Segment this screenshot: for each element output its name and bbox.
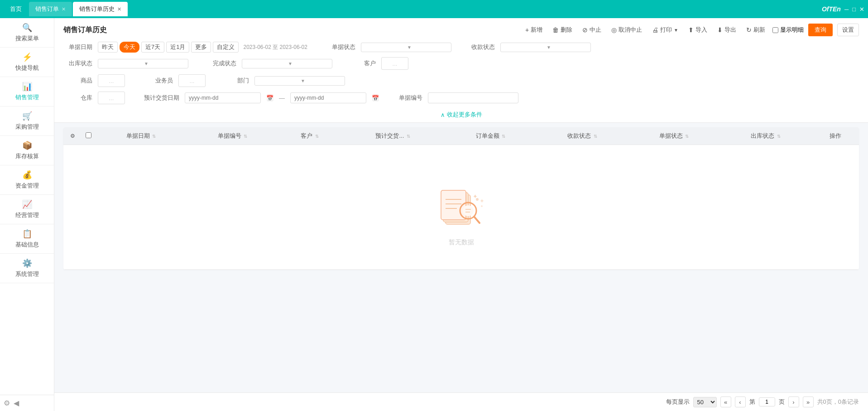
delete-button[interactable]: 🗑 删除: [550, 24, 575, 36]
th-amount-label: 订单金额: [476, 132, 499, 139]
th-operation-label: 操作: [830, 132, 841, 139]
new-button[interactable]: + 新增: [523, 24, 545, 36]
next-page-button[interactable]: ›: [788, 396, 799, 407]
order-no-sort-icon[interactable]: ⇅: [244, 134, 247, 139]
filter-row-3: 商品 ... 业务员 ... 部门 ▼: [63, 74, 859, 87]
page-label: 第: [749, 398, 755, 406]
delivery-date-end-calendar-icon[interactable]: 📅: [372, 95, 379, 102]
salesperson-select[interactable]: ...: [178, 74, 206, 87]
window-maximize-btn[interactable]: □: [852, 6, 856, 13]
delivery-date-end[interactable]: [290, 92, 366, 103]
sidebar-item-inventory[interactable]: 📦 库存核算: [0, 136, 54, 165]
sidebar-item-search[interactable]: 🔍 搜索菜单: [0, 18, 54, 48]
th-order-no[interactable]: 单据编号 ⇅: [187, 127, 279, 145]
delivery-date-start[interactable]: [185, 92, 261, 103]
export-button[interactable]: ⬇ 导出: [715, 24, 739, 36]
sidebar-item-finance[interactable]: 💰 资金管理: [0, 165, 54, 195]
order-no-input[interactable]: [428, 92, 518, 103]
date-sort-icon[interactable]: ⇅: [152, 134, 156, 139]
product-select[interactable]: ...: [98, 74, 125, 87]
next-page-icon: ›: [792, 399, 794, 406]
tab-sales-order[interactable]: 销售订单 ✕: [29, 2, 72, 16]
date-btn-1month[interactable]: 近1月: [166, 42, 189, 53]
date-btn-more[interactable]: 更多: [191, 42, 211, 53]
page-number-input[interactable]: [759, 397, 775, 406]
import-button[interactable]: ⬆ 导入: [686, 24, 710, 36]
stop-button[interactable]: ⊘ 中止: [580, 24, 604, 36]
date-btn-yesterday[interactable]: 昨天: [98, 42, 118, 53]
window-minimize-btn[interactable]: ─: [844, 6, 849, 13]
window-close-btn[interactable]: ✕: [859, 6, 864, 13]
order-status-sort-icon[interactable]: ⇅: [685, 134, 689, 139]
th-order-status-label: 单据状态: [659, 132, 683, 139]
delivery-date-calendar-icon[interactable]: 📅: [266, 95, 273, 102]
department-select[interactable]: ▼: [254, 76, 345, 86]
payment-select[interactable]: ▼: [500, 43, 591, 52]
print-button[interactable]: 🖨 打印 ▼: [649, 24, 681, 36]
stock-sort-icon[interactable]: ⇅: [777, 134, 781, 139]
tab-home[interactable]: 首页: [4, 2, 28, 16]
show-detail-checkbox[interactable]: [772, 27, 778, 33]
date-btn-custom[interactable]: 自定义: [213, 42, 239, 53]
date-btn-today[interactable]: 今天: [120, 42, 139, 53]
purchase-icon: 🛒: [22, 111, 32, 121]
sidebar-item-system[interactable]: ⚙️ 系统管理: [0, 254, 54, 283]
th-amount[interactable]: 订单金额 ⇅: [445, 127, 537, 145]
th-settings[interactable]: ⚙: [63, 127, 82, 145]
first-page-button[interactable]: «: [720, 396, 731, 407]
svg-text:✦: ✦: [480, 198, 484, 204]
sidebar-settings-icon[interactable]: ⚙: [4, 399, 10, 407]
sidebar-bottom: ⚙ ◀: [0, 395, 54, 411]
tab-sales-history[interactable]: 销售订单历史 ✕: [73, 2, 128, 16]
complete-select[interactable]: ▼: [242, 59, 332, 68]
th-customer[interactable]: 客户 ⇅: [278, 127, 341, 145]
payment-sort-icon[interactable]: ⇅: [594, 134, 597, 139]
tab-sales-history-label: 销售订单历史: [79, 5, 115, 13]
show-detail-checkbox-label[interactable]: 显示明细: [772, 26, 804, 34]
customer-select[interactable]: ...: [381, 57, 408, 70]
prev-page-button[interactable]: ‹: [735, 396, 746, 407]
print-icon: 🖨: [652, 26, 658, 34]
finance-icon: 💰: [22, 170, 32, 180]
product-ellipsis: ...: [109, 77, 114, 84]
th-customer-label: 客户: [301, 132, 312, 139]
tab-sales-history-close[interactable]: ✕: [117, 6, 121, 12]
last-page-icon: »: [806, 399, 810, 406]
th-checkbox[interactable]: [82, 127, 95, 145]
cancel-stop-button[interactable]: ◎ 取消中止: [609, 24, 645, 36]
date-btn-7days[interactable]: 近7天: [141, 42, 164, 53]
cancel-stop-label: 取消中止: [619, 26, 642, 34]
th-stock-status[interactable]: 出库状态 ⇅: [720, 127, 812, 145]
sidebar-item-quick-nav[interactable]: ⚡ 快捷导航: [0, 48, 54, 77]
status-select[interactable]: ▼: [361, 43, 451, 52]
tab-sales-order-close[interactable]: ✕: [62, 6, 66, 12]
tab-sales-order-label: 销售订单: [35, 5, 59, 13]
delivery-sort-icon[interactable]: ⇅: [407, 134, 410, 139]
stock-out-select[interactable]: ▼: [98, 59, 188, 68]
sidebar-item-sales[interactable]: 📊 销售管理: [0, 77, 54, 106]
sidebar-item-basic-info[interactable]: 📋 基础信息: [0, 224, 54, 254]
warehouse-select[interactable]: ...: [98, 92, 125, 104]
sidebar-item-system-label: 系统管理: [15, 270, 39, 278]
empty-row: ✦ ✦ 暂无数据: [63, 145, 859, 270]
customer-sort-icon[interactable]: ⇅: [315, 134, 319, 139]
th-payment-status[interactable]: 收款状态 ⇅: [537, 127, 628, 145]
warehouse-filter-label: 仓库: [63, 94, 92, 102]
amount-sort-icon[interactable]: ⇅: [502, 134, 505, 139]
last-page-button[interactable]: »: [803, 396, 814, 407]
refresh-button[interactable]: ↻ 刷新: [743, 24, 768, 36]
sidebar-collapse-icon[interactable]: ◀: [14, 399, 19, 407]
sidebar-item-operations[interactable]: 📈 经营管理: [0, 195, 54, 224]
th-stock-status-label: 出库状态: [751, 132, 774, 139]
sidebar-item-purchase[interactable]: 🛒 采购管理: [0, 106, 54, 136]
th-order-status[interactable]: 单据状态 ⇅: [628, 127, 720, 145]
th-delivery[interactable]: 预计交货... ⇅: [341, 127, 445, 145]
select-all-checkbox[interactable]: [86, 132, 91, 138]
collapse-bar[interactable]: ∧ 收起更多条件: [63, 109, 859, 119]
page-size-select[interactable]: 50 10 20 100: [693, 397, 717, 407]
th-date[interactable]: 单据日期 ⇅: [95, 127, 187, 145]
delete-label: 删除: [561, 26, 572, 34]
query-button[interactable]: 查询: [808, 24, 833, 36]
settings-button[interactable]: 设置: [837, 24, 859, 36]
sidebar-item-finance-label: 资金管理: [15, 182, 39, 190]
